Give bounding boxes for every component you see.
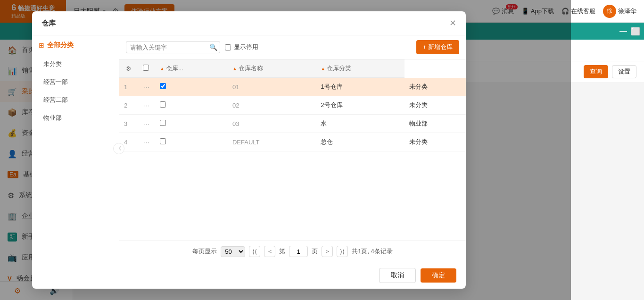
search-icon[interactable]: 🔍 xyxy=(209,43,217,51)
left-panel-item-uncategorized[interactable]: 未分类 xyxy=(32,55,119,73)
cat-sort-icon: ▲ xyxy=(321,66,325,71)
user-menu[interactable]: 徐 徐泽华 xyxy=(603,5,636,18)
col-code: ▲ 仓库... xyxy=(155,59,228,78)
last-page-btn[interactable]: ⟩⟩ xyxy=(337,246,348,257)
left-panel-item-dept2[interactable]: 经营二部 xyxy=(32,91,119,109)
modal-title: 仓库 xyxy=(41,19,56,28)
pagination: 每页显示 50 10 20 100 ⟨⟨ ＜ 第 页 ＞ ⟩⟩ 共1页, 4条记… xyxy=(119,241,466,262)
page-input[interactable] xyxy=(289,246,308,257)
left-panel-title: 全部分类 xyxy=(47,41,74,50)
warehouse-modal: 仓库 ✕ ⊞ 全部分类 《 未分类 经营一部 经营二部 物业部 xyxy=(32,11,466,289)
minimize-icon[interactable]: — xyxy=(619,27,627,35)
row-gear: ··· xyxy=(138,133,155,151)
left-panel-item-property[interactable]: 物业部 xyxy=(32,109,119,127)
page-unit: 页 xyxy=(312,247,318,256)
row-checkbox[interactable] xyxy=(160,83,166,89)
prev-page-btn[interactable]: ＜ xyxy=(264,246,275,257)
first-page-btn[interactable]: ⟨⟨ xyxy=(249,246,260,257)
page-label: 第 xyxy=(279,247,285,256)
col-category: ▲ 仓库分类 xyxy=(316,59,404,78)
col-gear: ⚙ xyxy=(119,59,138,78)
modal-header: 仓库 ✕ xyxy=(32,11,466,35)
gear-icon: ⚙ xyxy=(126,65,132,72)
page-size-select[interactable]: 50 10 20 100 xyxy=(221,246,245,257)
next-page-btn[interactable]: ＞ xyxy=(322,246,333,257)
row-checkbox[interactable] xyxy=(160,120,166,126)
left-panel-item-dept1[interactable]: 经营一部 xyxy=(32,73,119,91)
left-panel: ⊞ 全部分类 《 未分类 经营一部 经营二部 物业部 xyxy=(32,35,119,262)
total-info: 共1页, 4条记录 xyxy=(352,247,393,256)
modal-body: ⊞ 全部分类 《 未分类 经营一部 经营二部 物业部 🔍 xyxy=(32,35,466,262)
name-sort-icon: ▲ xyxy=(232,66,237,71)
grid-icon: ⊞ xyxy=(39,42,44,49)
table-row[interactable]: 2 ··· 02 2号仓库 未分类 xyxy=(119,96,466,115)
table-body: 1 ··· 01 1号仓库 未分类 2 ··· 02 2号仓库 未分类 3 ··… xyxy=(119,78,466,151)
table-row[interactable]: 3 ··· 03 水 物业部 xyxy=(119,115,466,133)
warehouse-table: ⚙ ▲ 仓库... xyxy=(119,59,466,151)
table-row[interactable]: 4 ··· DEFAULT 总仓 未分类 xyxy=(119,133,466,151)
cancel-btn[interactable]: 取消 xyxy=(379,268,416,283)
row-checkbox[interactable] xyxy=(160,101,166,108)
left-panel-header[interactable]: ⊞ 全部分类 xyxy=(32,35,119,55)
page-size-label: 每页显示 xyxy=(192,247,217,256)
avatar: 徐 xyxy=(603,5,616,18)
col-checkbox xyxy=(138,59,155,78)
search-input[interactable] xyxy=(130,44,209,51)
table-row[interactable]: 1 ··· 01 1号仓库 未分类 xyxy=(119,78,466,96)
right-panel-toolbar: 🔍 显示停用 + 新增仓库 xyxy=(119,35,466,59)
row-gear: ··· xyxy=(138,78,155,96)
modal-close-icon[interactable]: ✕ xyxy=(449,18,456,28)
collapse-btn[interactable]: 《 xyxy=(113,143,124,154)
settings-btn[interactable]: 设置 xyxy=(612,65,636,78)
second-nav-right: — ⬜ xyxy=(619,27,644,36)
select-all-checkbox[interactable] xyxy=(143,65,149,71)
row-gear: ··· xyxy=(138,96,155,115)
maximize-icon[interactable]: ⬜ xyxy=(631,27,640,36)
sort-icon: ▲ xyxy=(160,66,165,71)
add-warehouse-btn[interactable]: + 新增仓库 xyxy=(416,40,459,54)
modal-overlay: 仓库 ✕ ⊞ 全部分类 《 未分类 经营一部 经营二部 物业部 xyxy=(0,0,571,300)
row-checkbox[interactable] xyxy=(160,138,166,144)
warehouse-table-wrap: ⚙ ▲ 仓库... xyxy=(119,59,466,241)
col-name: ▲ 仓库名称 xyxy=(228,59,316,78)
show-disabled-checkbox[interactable] xyxy=(225,44,231,50)
right-panel: 🔍 显示停用 + 新增仓库 ⚙ xyxy=(119,35,466,262)
search-box: 🔍 xyxy=(126,41,220,53)
query-btn[interactable]: 查询 xyxy=(584,65,608,78)
row-gear: ··· xyxy=(138,115,155,133)
confirm-btn[interactable]: 确定 xyxy=(421,268,456,283)
modal-footer: 取消 确定 xyxy=(32,262,466,289)
show-disabled-label[interactable]: 显示停用 xyxy=(225,43,258,51)
